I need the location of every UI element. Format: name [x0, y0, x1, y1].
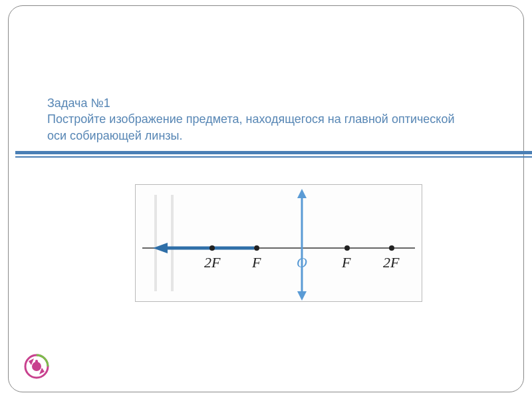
optics-diagram: 2F F O F 2F	[135, 184, 422, 302]
divider-bar-thick	[15, 151, 532, 154]
point-2F-left	[209, 245, 215, 251]
point-F-left	[254, 245, 259, 251]
slide-frame: Задача №1 Постройте изображение предмета…	[8, 5, 524, 392]
title-line-2: Постройте изображение предмета, находяще…	[47, 112, 455, 142]
diagram-svg: 2F F O F 2F	[136, 185, 422, 301]
point-F-right	[344, 245, 350, 251]
label-2F-left: 2F	[204, 254, 221, 271]
title-line-1: Задача №1	[47, 96, 110, 110]
point-2F-right	[389, 245, 394, 251]
label-F-left: F	[251, 254, 261, 271]
label-F-right: F	[341, 254, 351, 271]
logo-icon	[23, 353, 50, 380]
label-2F-right: 2F	[383, 254, 400, 271]
label-O: O	[297, 254, 307, 271]
lens-arrow-up-icon	[297, 189, 307, 198]
problem-title: Задача №1 Постройте изображение предмета…	[47, 95, 473, 144]
svg-rect-4	[35, 360, 38, 366]
lens-arrow-down-icon	[297, 291, 307, 301]
divider	[15, 151, 532, 158]
divider-bar-thin	[15, 156, 532, 158]
